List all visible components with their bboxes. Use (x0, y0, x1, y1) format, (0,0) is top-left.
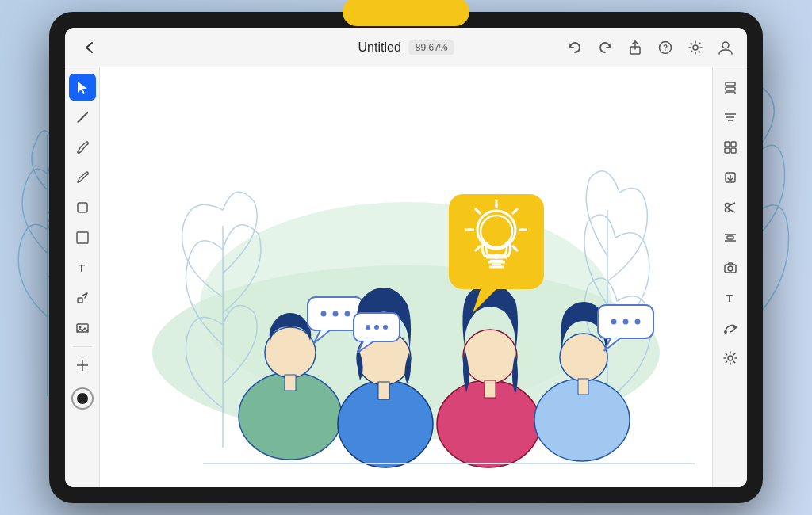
svg-rect-31 (378, 382, 389, 399)
device-top-bar (343, 0, 469, 26)
pen-tool-button[interactable] (69, 104, 96, 131)
svg-rect-71 (726, 82, 735, 86)
svg-point-27 (333, 311, 339, 317)
text-tool-button[interactable]: T (69, 254, 96, 281)
record-button[interactable] (69, 385, 96, 412)
filters-button[interactable] (717, 104, 744, 131)
svg-point-43 (611, 319, 617, 325)
assets-button[interactable] (717, 134, 744, 161)
svg-rect-41 (578, 379, 588, 395)
svg-point-93 (724, 330, 727, 334)
svg-text:?: ? (663, 44, 668, 52)
svg-rect-72 (726, 87, 735, 90)
svg-point-83 (725, 204, 729, 208)
help-button[interactable]: ? (657, 39, 674, 56)
svg-point-84 (725, 208, 729, 212)
settings-button[interactable] (687, 39, 704, 56)
layers-button[interactable] (717, 74, 744, 101)
transform-tool-button[interactable] (69, 284, 96, 311)
svg-point-94 (733, 326, 737, 329)
svg-point-34 (374, 325, 379, 330)
undo-button[interactable] (566, 39, 584, 56)
svg-rect-13 (78, 298, 82, 303)
svg-line-86 (729, 209, 735, 212)
zoom-level[interactable]: 89.67% (409, 40, 454, 55)
export-button[interactable] (717, 164, 744, 191)
svg-rect-80 (731, 148, 736, 153)
svg-rect-38 (485, 380, 496, 398)
text2-button[interactable]: T (717, 284, 744, 311)
back-button[interactable] (78, 36, 100, 59)
profile-button[interactable] (717, 39, 734, 56)
camera-button[interactable] (717, 254, 744, 281)
svg-rect-24 (285, 375, 296, 391)
header-left (78, 36, 100, 59)
scissors-button[interactable] (717, 194, 744, 221)
pencil-tool-button[interactable] (69, 164, 96, 191)
right-toolbar: T (712, 67, 747, 487)
svg-rect-73 (726, 92, 735, 94)
path-button[interactable] (717, 315, 744, 341)
redo-button[interactable] (596, 39, 614, 56)
svg-point-95 (728, 356, 733, 360)
svg-text:T: T (79, 262, 85, 274)
svg-point-91 (728, 266, 733, 271)
svg-point-5 (693, 45, 698, 50)
rectangle-tool-button[interactable] (69, 224, 96, 251)
svg-point-28 (345, 311, 350, 317)
left-toolbar: T (65, 67, 100, 487)
screen: Untitled 89.67% ? (65, 28, 747, 487)
toolbar-separator (73, 346, 92, 347)
align-button[interactable] (717, 224, 744, 251)
svg-rect-10 (78, 203, 87, 212)
svg-point-8 (85, 113, 87, 115)
record-circle (71, 387, 94, 410)
canvas-area[interactable] (100, 67, 712, 487)
svg-point-15 (79, 326, 81, 329)
brush-tool-button[interactable] (69, 134, 96, 161)
svg-rect-11 (77, 232, 88, 243)
header-right: ? (566, 39, 734, 56)
svg-point-44 (623, 319, 629, 325)
header-center: Untitled 89.67% (358, 40, 454, 55)
svg-point-33 (366, 325, 370, 330)
document-title: Untitled (358, 40, 401, 55)
image-tool-button[interactable] (69, 315, 96, 341)
canvas-svg (100, 67, 712, 487)
svg-rect-88 (727, 236, 733, 239)
record-dot (77, 393, 88, 404)
svg-point-45 (635, 319, 641, 325)
svg-point-35 (383, 325, 388, 330)
svg-point-40 (560, 334, 607, 381)
select-tool-button[interactable] (69, 74, 96, 101)
svg-line-85 (729, 203, 735, 206)
share-button[interactable] (626, 39, 644, 56)
svg-rect-78 (731, 142, 736, 147)
svg-text:T: T (726, 292, 733, 304)
svg-point-6 (722, 42, 729, 48)
svg-marker-7 (78, 82, 87, 94)
header: Untitled 89.67% ? (65, 28, 747, 67)
svg-line-9 (78, 181, 80, 182)
svg-point-37 (463, 330, 517, 383)
grid-tool-button[interactable] (69, 352, 96, 379)
svg-rect-79 (725, 148, 730, 153)
svg-rect-77 (725, 142, 730, 147)
svg-point-26 (321, 311, 327, 317)
main-area: T (65, 67, 747, 487)
eraser-tool-button[interactable] (69, 194, 96, 221)
gear-button[interactable] (717, 345, 744, 372)
